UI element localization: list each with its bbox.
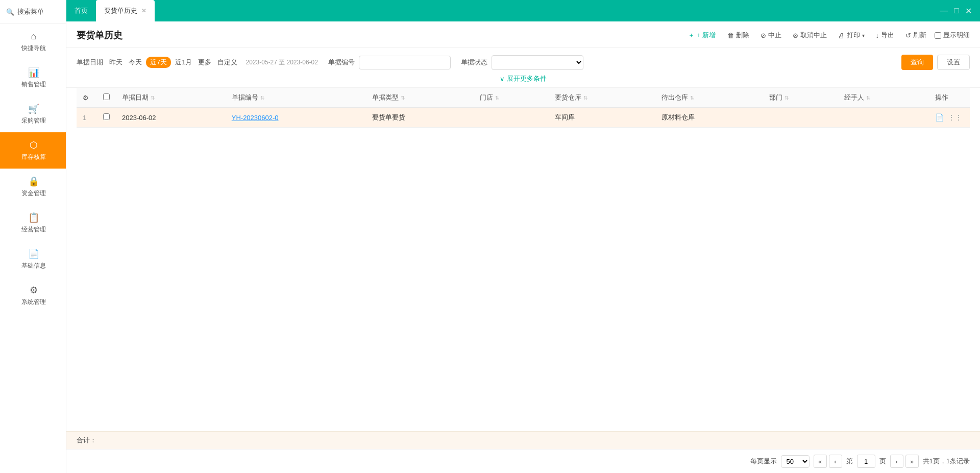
new-icon: ＋ — [688, 31, 695, 40]
date-shortcuts: 昨天 今天 近7天 近1月 更多 自定义 — [107, 57, 239, 68]
select-all-checkbox[interactable] — [103, 93, 110, 100]
tab-home-label: 首页 — [75, 6, 88, 15]
col-req-wh[interactable]: 要货仓库⇅ — [549, 88, 655, 108]
cancel-stop-button[interactable]: ⊗ 取消中止 — [790, 29, 830, 42]
export-button[interactable]: ↓ 导出 — [873, 29, 898, 42]
table-header-row: ⚙ 单据日期⇅ 单据编号⇅ 单据类型⇅ 门店⇅ 要货仓库⇅ 待出仓库⇅ 部门⇅ … — [77, 88, 970, 108]
col-handler[interactable]: 经手人⇅ — [838, 88, 929, 108]
delete-icon: 🗑 — [727, 32, 734, 39]
status-select[interactable] — [492, 55, 583, 70]
settings-button[interactable]: 设置 — [937, 55, 970, 70]
col-doc-no[interactable]: 单据编号⇅ — [226, 88, 366, 108]
sidebar: 🔍 搜索菜单 ⌂ 快捷导航 📊 销售管理 🛒 采购管理 ⬡ 库存核算 🔒 资金管… — [0, 0, 66, 473]
col-store[interactable]: 门店⇅ — [474, 88, 549, 108]
date-1month[interactable]: 近1月 — [173, 57, 194, 68]
stop-button[interactable]: ⊘ 中止 — [757, 29, 785, 42]
query-button[interactable]: 查询 — [901, 55, 933, 70]
doc-no-input[interactable] — [359, 56, 451, 69]
stop-label: 中止 — [768, 31, 781, 40]
col-date[interactable]: 单据日期⇅ — [116, 88, 226, 108]
page-input[interactable] — [857, 455, 875, 468]
date-today[interactable]: 今天 — [127, 57, 144, 68]
tab-history-label: 要货单历史 — [104, 6, 137, 15]
col-settings[interactable]: ⚙ — [77, 88, 97, 108]
delete-label: 删除 — [736, 31, 749, 40]
page-title: 要货单历史 — [77, 29, 122, 41]
stop-icon: ⊘ — [761, 32, 766, 39]
sidebar-item-label: 基础信息 — [21, 262, 46, 270]
expand-conditions-button[interactable]: ∨ 展开更多条件 — [77, 74, 970, 83]
sidebar-item-basic[interactable]: 📄 基础信息 — [0, 241, 66, 277]
page-label: 第 — [844, 457, 855, 466]
col-checkbox[interactable] — [97, 88, 116, 108]
first-page-button[interactable]: « — [814, 455, 827, 468]
col-dept[interactable]: 部门⇅ — [763, 88, 838, 108]
doc-no-link[interactable]: YH-20230602-0 — [232, 114, 279, 122]
export-icon: ↓ — [876, 32, 879, 39]
cancel-stop-icon: ⊗ — [793, 32, 798, 39]
new-label: + 新增 — [697, 31, 716, 40]
col-pending-wh[interactable]: 待出仓库⇅ — [655, 88, 763, 108]
last-page-button[interactable]: » — [905, 455, 919, 468]
status-label: 单据状态 — [461, 58, 487, 67]
sidebar-search-label: 搜索菜单 — [17, 7, 44, 16]
sidebar-item-purchase[interactable]: 🛒 采购管理 — [0, 96, 66, 132]
cell-pending-wh: 原材料仓库 — [655, 108, 763, 128]
data-table: ⚙ 单据日期⇅ 单据编号⇅ 单据类型⇅ 门店⇅ 要货仓库⇅ 待出仓库⇅ 部门⇅ … — [77, 88, 970, 128]
date-filter-label: 单据日期 — [77, 58, 103, 67]
per-page-select[interactable]: 50 10 20 100 — [781, 455, 810, 468]
date-7days[interactable]: 近7天 — [146, 57, 171, 68]
content-area: 要货单历史 ＋ + 新增 🗑 删除 ⊘ 中止 ⊗ 取消中止 — [66, 21, 980, 473]
basic-icon: 📄 — [28, 248, 39, 259]
total-label: 合计： — [77, 436, 96, 444]
tab-close-icon[interactable]: ✕ — [141, 7, 146, 14]
more-icon[interactable]: ⋮⋮ — [948, 113, 962, 122]
print-button[interactable]: 🖨 打印 ▾ — [835, 29, 868, 42]
table-row[interactable]: 1 2023-06-02 YH-20230602-0 要货单要货 车间库 原材料… — [77, 108, 970, 128]
refresh-label: 刷新 — [913, 31, 926, 40]
view-icon[interactable]: 📄 — [935, 113, 944, 122]
cell-doc-no[interactable]: YH-20230602-0 — [226, 108, 366, 128]
minimize-icon[interactable]: — — [940, 6, 948, 15]
sidebar-item-system[interactable]: ⚙ 系统管理 — [0, 277, 66, 314]
maximize-icon[interactable]: □ — [954, 6, 959, 15]
refresh-button[interactable]: ↺ 刷新 — [902, 29, 929, 42]
sidebar-item-inventory[interactable]: ⬡ 库存核算 — [0, 132, 66, 169]
date-custom[interactable]: 自定义 — [215, 57, 239, 68]
date-yesterday[interactable]: 昨天 — [107, 57, 125, 68]
sidebar-search[interactable]: 🔍 搜索菜单 — [0, 0, 66, 24]
cell-doc-type: 要货单要货 — [366, 108, 474, 128]
col-doc-type[interactable]: 单据类型⇅ — [366, 88, 474, 108]
next-page-button[interactable]: › — [890, 455, 903, 468]
sidebar-item-sales[interactable]: 📊 销售管理 — [0, 60, 66, 96]
sidebar-item-label: 采购管理 — [21, 116, 46, 125]
doc-no-filter-group: 单据编号 — [328, 56, 451, 69]
cell-dept — [763, 108, 838, 128]
header-actions: ＋ + 新增 🗑 删除 ⊘ 中止 ⊗ 取消中止 🖨 打印 — [685, 29, 970, 42]
cell-handler — [838, 108, 929, 128]
refresh-icon: ↺ — [905, 32, 911, 39]
tab-home[interactable]: 首页 — [66, 0, 96, 21]
finance-icon: 🔒 — [28, 176, 39, 187]
delete-button[interactable]: 🗑 删除 — [724, 29, 752, 42]
tab-history[interactable]: 要货单历史 ✕ — [96, 0, 155, 21]
sidebar-item-label: 销售管理 — [21, 80, 46, 89]
date-range-text: 2023-05-27 至 2023-06-02 — [246, 58, 317, 67]
cell-store — [474, 108, 549, 128]
sidebar-item-operation[interactable]: 📋 经营管理 — [0, 205, 66, 241]
topbar-right: — □ ✕ — [940, 6, 980, 16]
sidebar-item-quick-nav[interactable]: ⌂ 快捷导航 — [0, 24, 66, 60]
print-dropdown-icon: ▾ — [862, 33, 865, 38]
operation-icon: 📋 — [28, 212, 39, 223]
new-button[interactable]: ＋ + 新增 — [685, 29, 719, 42]
display-detail-toggle[interactable]: 显示明细 — [935, 31, 970, 40]
close-icon[interactable]: ✕ — [965, 6, 972, 16]
sidebar-item-finance[interactable]: 🔒 资金管理 — [0, 169, 66, 205]
sales-icon: 📊 — [28, 67, 39, 78]
prev-page-button[interactable]: ‹ — [829, 455, 842, 468]
cell-checkbox[interactable] — [97, 108, 116, 128]
home-icon: ⌂ — [31, 31, 37, 42]
date-more[interactable]: 更多 — [196, 57, 213, 68]
row-checkbox[interactable] — [103, 113, 110, 120]
display-detail-checkbox[interactable] — [935, 32, 941, 39]
